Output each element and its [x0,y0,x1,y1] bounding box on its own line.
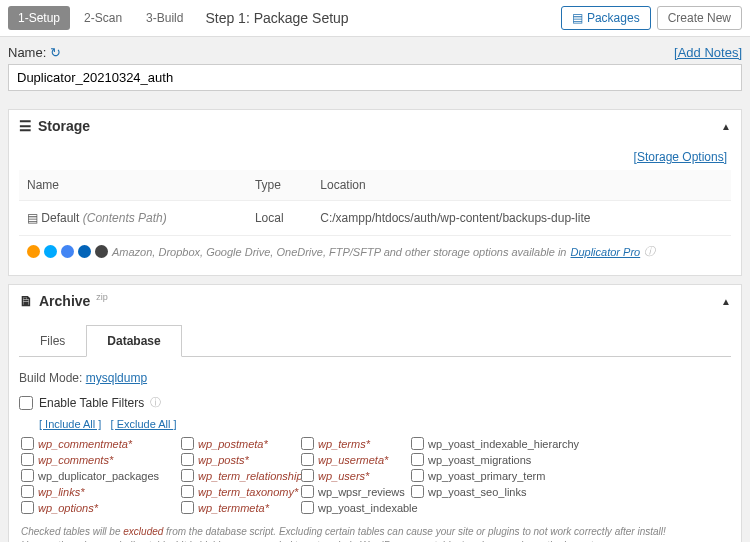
collapse-icon: ▲ [721,121,731,132]
add-notes-link[interactable]: [Add Notes] [674,45,742,60]
tbl-label: wp_yoast_migrations [428,454,531,466]
tbl-label: wp_options* [38,502,98,514]
archive-panel: 🗎 Archive zip ▲ Files Database Build Mod… [8,284,742,542]
tbl-label: wp_comments* [38,454,113,466]
tbl-label: wp_term_taxonomy* [198,486,298,498]
tbl-chk[interactable] [21,453,34,466]
enable-filters-label: Enable Table Filters [39,396,144,410]
packages-label: Packages [587,11,640,25]
tbl-chk[interactable] [181,469,194,482]
enable-table-filters[interactable]: Enable Table Filters ⓘ [19,389,731,416]
reset-name-icon[interactable]: ↻ [46,45,61,60]
name-label: Name: [8,45,46,60]
step-3[interactable]: 3-Build [136,6,193,30]
storage-name: Default [41,211,79,225]
enable-filters-checkbox[interactable] [19,396,33,410]
archive-zip-badge: zip [96,292,108,302]
tbl-label: wp_yoast_indexable [318,502,418,514]
tbl-chk[interactable] [411,485,424,498]
tbl-label: wp_users* [318,470,369,482]
tbl-label: wp_term_relationships* [198,470,312,482]
col-location: Location [312,170,731,201]
dropbox-icon [44,245,57,258]
tbl-label: wp_yoast_seo_links [428,486,526,498]
tbl-label: wp_yoast_primary_term [428,470,545,482]
collapse-icon: ▲ [721,296,731,307]
storage-panel: ☰ Storage ▲ [Storage Options] Name Type … [8,109,742,276]
tbl-chk[interactable] [181,453,194,466]
storage-type: Local [247,201,312,236]
tbl-label: wp_terms* [318,438,370,450]
col-type: Type [247,170,312,201]
storage-icon: ☰ [19,118,32,134]
storage-options-link[interactable]: [Storage Options] [634,150,727,164]
tbl-chk[interactable] [21,469,34,482]
storage-suffix: (Contents Path) [83,211,167,225]
storage-title: Storage [38,118,90,134]
tbl-label: wp_termmeta* [198,502,269,514]
tbl-chk[interactable] [181,485,194,498]
help-icon[interactable]: ⓘ [150,395,161,410]
tbl-label: wp_duplicator_packages [38,470,159,482]
create-new-button[interactable]: Create New [657,6,742,30]
duplicator-pro-link[interactable]: Duplicator Pro [570,246,640,258]
exclude-all-link[interactable]: [ Exclude All ] [111,418,177,430]
tbl-label: wp_yoast_indexable_hierarchy [428,438,579,450]
storage-location: C:/xampp/htdocs/auth/wp-content/backups-… [312,201,731,236]
tab-files[interactable]: Files [19,325,86,356]
tbl-label: wp_posts* [198,454,249,466]
onedrive-icon [78,245,91,258]
providers-text: Amazon, Dropbox, Google Drive, OneDrive,… [112,246,566,258]
packages-icon: ▤ [572,11,583,25]
step-1[interactable]: 1-Setup [8,6,70,30]
warning-text: Checked tables will be excluded from the… [19,515,731,542]
tables-grid: wp_commentmeta* wp_postmeta* wp_terms* w… [19,436,731,515]
tbl-chk[interactable] [411,437,424,450]
tbl-chk[interactable] [301,485,314,498]
build-mode-link[interactable]: mysqldump [86,371,147,385]
tbl-label: wp_commentmeta* [38,438,132,450]
tbl-chk[interactable] [301,501,314,514]
tbl-chk[interactable] [301,437,314,450]
tbl-chk[interactable] [411,469,424,482]
storage-row: ▤ Default (Contents Path) Local C:/xampp… [19,201,731,236]
archive-icon: 🗎 [19,293,33,309]
info-icon[interactable]: ⓘ [644,244,655,259]
tbl-chk[interactable] [181,437,194,450]
tbl-chk[interactable] [301,469,314,482]
archive-title: Archive [39,293,90,309]
tbl-chk[interactable] [21,501,34,514]
step-title: Step 1: Package Setup [205,10,348,26]
tbl-chk[interactable] [301,453,314,466]
tbl-label: wp_postmeta* [198,438,268,450]
server-icon: ▤ [27,211,41,225]
archive-header[interactable]: 🗎 Archive zip ▲ [9,285,741,317]
packages-button[interactable]: ▤ Packages [561,6,651,30]
include-all-link[interactable]: [ Include All ] [39,418,101,430]
tbl-label: wp_wpsr_reviews [318,486,405,498]
tab-database[interactable]: Database [86,325,181,357]
gdrive-icon [61,245,74,258]
tbl-label: wp_usermeta* [318,454,388,466]
col-name: Name [19,170,247,201]
package-name-input[interactable] [8,64,742,91]
tbl-chk[interactable] [21,485,34,498]
build-mode-label: Build Mode: [19,371,82,385]
tbl-chk[interactable] [411,453,424,466]
tbl-chk[interactable] [181,501,194,514]
storage-header[interactable]: ☰ Storage ▲ [9,110,741,142]
tbl-chk[interactable] [21,437,34,450]
amazon-icon [27,245,40,258]
ftp-icon [95,245,108,258]
tbl-label: wp_links* [38,486,84,498]
step-2[interactable]: 2-Scan [74,6,132,30]
